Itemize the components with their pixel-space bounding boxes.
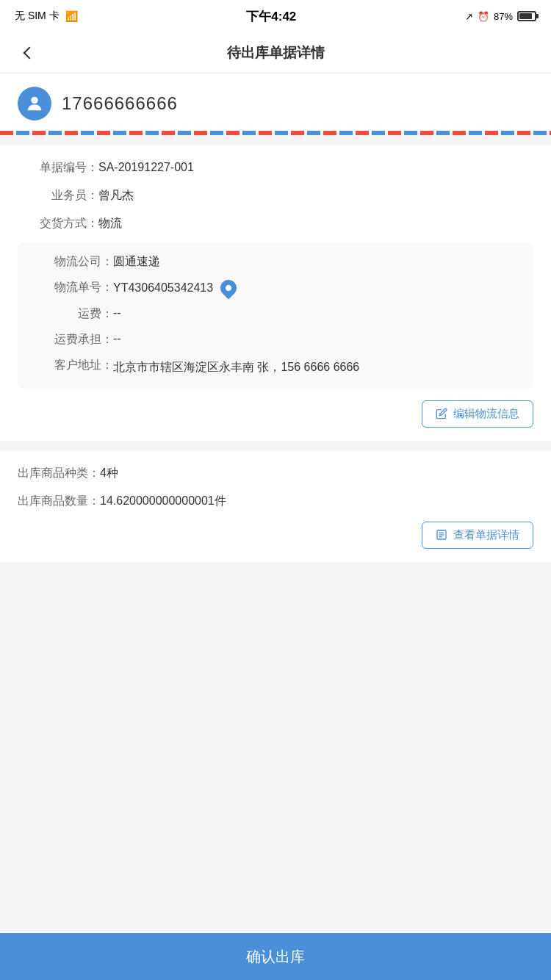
content-filler	[0, 562, 551, 724]
user-phone: 17666666666	[62, 93, 178, 114]
address-label: 客户地址：	[32, 358, 113, 373]
view-details-label: 查看单据详情	[453, 528, 519, 542]
wifi-icon: 📶	[65, 10, 78, 22]
order-number-row: 单据编号： SA-20191227-001	[18, 159, 533, 176]
address-value: 北京市市辖区海淀区永丰南 张，156 6666 6666	[113, 358, 519, 377]
goods-type-row: 出库商品种类： 4种	[18, 464, 533, 482]
logistics-tracking-label: 物流单号：	[32, 280, 113, 295]
goods-quantity-row: 出库商品数量： 14.620000000000001件	[18, 492, 533, 510]
goods-type-label: 出库商品种类：	[18, 464, 100, 482]
address-row: 客户地址： 北京市市辖区海淀区永丰南 张，156 6666 6666	[32, 358, 519, 377]
document-list-icon	[436, 529, 447, 541]
freight-bearer-value: --	[113, 332, 519, 345]
goods-quantity-label: 出库商品数量：	[18, 492, 100, 510]
location-icon: ↗	[465, 11, 473, 22]
user-avatar-icon	[24, 93, 45, 114]
nav-bar: 待出库单据详情	[0, 32, 551, 73]
salesman-row: 业务员： 曾凡杰	[18, 187, 533, 204]
logistics-company-label: 物流公司：	[32, 254, 113, 270]
order-info-section: 单据编号： SA-20191227-001 业务员： 曾凡杰 交货方式： 物流 …	[0, 145, 551, 441]
edit-logistics-label: 编辑物流信息	[453, 407, 519, 421]
delivery-method-label: 交货方式：	[18, 215, 98, 232]
freight-row: 运费： --	[32, 306, 519, 322]
battery-fill	[519, 13, 532, 19]
tracking-number: YT4306405342413	[113, 281, 213, 295]
edit-btn-row: 编辑物流信息	[18, 400, 533, 428]
status-right: ↗ ⏰ 87%	[465, 11, 536, 22]
confirm-button[interactable]: 确认出库	[0, 933, 551, 980]
back-button[interactable]	[15, 38, 44, 68]
status-bar: 无 SIM 卡 📶 下午4:42 ↗ ⏰ 87%	[0, 0, 551, 32]
order-number-label: 单据编号：	[18, 159, 98, 176]
goods-section: 出库商品种类： 4种 出库商品数量： 14.620000000000001件 查…	[0, 451, 551, 562]
freight-label: 运费：	[32, 306, 113, 322]
confirm-label: 确认出库	[246, 947, 305, 967]
logistics-company-value: 圆通速递	[113, 254, 519, 270]
user-section: 17666666666	[0, 73, 551, 131]
status-time: 下午4:42	[246, 8, 296, 25]
edit-logistics-button[interactable]: 编辑物流信息	[422, 400, 533, 428]
logistics-tracking-value: YT4306405342413	[113, 280, 519, 296]
logistics-company-row: 物流公司： 圆通速递	[32, 254, 519, 270]
edit-pencil-icon	[436, 408, 447, 419]
back-chevron-icon	[24, 46, 36, 59]
page-title: 待出库单据详情	[227, 43, 325, 62]
view-details-button[interactable]: 查看单据详情	[422, 522, 533, 549]
battery-outline	[517, 11, 536, 21]
order-number-value: SA-20191227-001	[98, 159, 533, 176]
goods-type-value: 4种	[100, 464, 533, 482]
freight-value: --	[113, 306, 519, 320]
carrier-text: 无 SIM 卡	[15, 10, 60, 23]
avatar	[18, 87, 51, 120]
freight-bearer-label: 运费承担：	[32, 332, 113, 347]
view-btn-row: 查看单据详情	[18, 522, 533, 549]
alarm-icon: ⏰	[478, 11, 489, 22]
salesman-value: 曾凡杰	[98, 187, 533, 204]
freight-bearer-row: 运费承担： --	[32, 332, 519, 347]
svg-point-0	[31, 97, 37, 104]
logistics-box: 物流公司： 圆通速递 物流单号： YT4306405342413 运费： -- …	[18, 242, 533, 389]
battery-indicator	[517, 11, 536, 21]
delivery-method-row: 交货方式： 物流	[18, 215, 533, 232]
delivery-method-value: 物流	[98, 215, 533, 232]
salesman-label: 业务员：	[18, 187, 98, 204]
location-pin-icon[interactable]	[217, 276, 240, 299]
logistics-tracking-row: 物流单号： YT4306405342413	[32, 280, 519, 296]
battery-text: 87%	[494, 11, 513, 22]
dashed-divider	[0, 131, 551, 135]
goods-quantity-value: 14.620000000000001件	[100, 492, 533, 510]
status-carrier: 无 SIM 卡 📶	[15, 10, 78, 23]
